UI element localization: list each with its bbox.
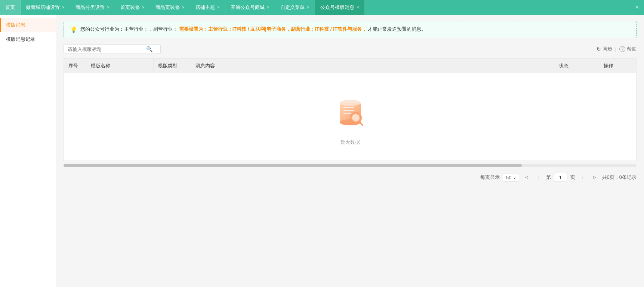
col-index: 序号 xyxy=(64,59,86,73)
tab-category-settings[interactable]: 商品分类设置 × xyxy=(70,0,115,15)
tab-shop-settings[interactable]: 微商城店铺设置 × xyxy=(21,0,70,15)
svg-point-3 xyxy=(340,100,361,106)
first-page-button[interactable]: ⊲ xyxy=(522,173,531,182)
tab-category-label: 商品分类设置 xyxy=(76,4,105,11)
page-size-label: 每页显示 xyxy=(480,174,500,181)
tab-product-decor-label: 商品页装修 xyxy=(155,4,180,11)
close-category-icon[interactable]: × xyxy=(107,5,110,10)
close-shop-settings-icon[interactable]: × xyxy=(62,5,65,10)
sidebar: 模版消息 模版消息记录 xyxy=(0,15,56,287)
total-info: 共0页，0条记录 xyxy=(602,174,637,181)
tab-home-decor[interactable]: 首页装修 × xyxy=(115,0,150,15)
col-content: 消息内容 xyxy=(191,59,554,73)
topbar: 首页 微商城店铺设置 × 商品分类设置 × 首页装修 × 商品页装修 × 店铺主… xyxy=(0,0,644,15)
svg-point-8 xyxy=(352,114,360,122)
tab-open-wechat-shop-label: 开通公众号商城 xyxy=(231,4,265,11)
chevron-down-icon: ∨ xyxy=(513,175,516,180)
col-type: 模版类型 xyxy=(154,59,191,73)
col-action: 操作 xyxy=(599,59,637,73)
empty-text: 暂无数据 xyxy=(341,139,360,146)
notice-highlight: 需要设置为：主营行业：IT科技 / 互联网|电子商务，副营行业：IT科技 / I… xyxy=(179,26,367,32)
notice-box: 💡 您的公众号行业为：主营行业：，副营行业： 需要设置为：主营行业：IT科技 /… xyxy=(64,21,637,38)
col-status: 状态 xyxy=(554,59,599,73)
sidebar-item-template-label: 模版消息 xyxy=(6,22,25,28)
sync-icon: ↻ xyxy=(597,46,601,52)
last-page-button[interactable]: ⊳ xyxy=(590,173,599,182)
notice-icon: 💡 xyxy=(70,26,77,33)
search-input-wrap: 🔍 xyxy=(64,44,161,54)
search-bar: 🔍 ↻ 同步 | ? 帮助 xyxy=(64,44,637,54)
close-template-message-icon[interactable]: × xyxy=(357,5,359,10)
empty-icon xyxy=(332,95,369,133)
search-input[interactable] xyxy=(68,46,146,52)
notice-text: 您的公众号行业为：主营行业：，副营行业： 需要设置为：主营行业：IT科技 / 互… xyxy=(80,26,426,33)
help-button[interactable]: ? 帮助 xyxy=(619,46,637,52)
tab-shop-theme[interactable]: 店铺主题 × xyxy=(190,0,225,15)
tab-custom-menu-label: 自定义菜单 xyxy=(280,4,305,11)
col-name: 模版名称 xyxy=(86,59,154,73)
sync-label: 同步 xyxy=(603,46,612,52)
tab-home-decor-label: 首页装修 xyxy=(120,4,140,11)
notice-prefix: 您的公众号行业为：主营行业：，副营行业： xyxy=(80,26,178,32)
pagination: 每页显示 50 ∨ ⊲ ‹ 第 1 页 › ⊳ 共0页，0条记录 xyxy=(64,170,637,185)
page-number-input[interactable]: 1 xyxy=(554,173,567,182)
sidebar-item-record-label: 模版消息记录 xyxy=(6,36,35,42)
tab-home[interactable]: 首页 xyxy=(0,0,21,15)
prev-page-button[interactable]: ‹ xyxy=(534,173,543,182)
search-icon[interactable]: 🔍 xyxy=(146,46,152,52)
sidebar-item-template-message[interactable]: 模版消息 xyxy=(0,18,56,32)
horizontal-scrollbar[interactable] xyxy=(64,164,637,167)
close-home-decor-icon[interactable]: × xyxy=(142,5,145,10)
close-product-decor-icon[interactable]: × xyxy=(182,5,185,10)
tab-template-message[interactable]: 公众号模版消息 × xyxy=(315,0,365,15)
empty-state: 暂无数据 xyxy=(64,73,636,161)
notice-suffix: 才能正常发送预置的消息。 xyxy=(368,26,426,32)
page-size-select[interactable]: 50 ∨ xyxy=(503,174,519,181)
close-shop-theme-icon[interactable]: × xyxy=(217,5,220,10)
scrollbar-thumb[interactable] xyxy=(64,164,522,167)
tab-template-message-label: 公众号模版消息 xyxy=(320,4,354,11)
toolbar-divider: | xyxy=(615,46,616,52)
close-open-wechat-shop-icon[interactable]: × xyxy=(267,5,269,10)
page-unit: 页 xyxy=(570,174,575,181)
tab-shop-theme-label: 店铺主题 xyxy=(195,4,215,11)
close-all-button[interactable]: × xyxy=(630,4,644,11)
table-header: 序号 模版名称 模版类型 消息内容 状态 操作 xyxy=(64,59,637,73)
sidebar-item-template-record[interactable]: 模版消息记录 xyxy=(0,32,56,46)
tab-home-label: 首页 xyxy=(5,4,15,11)
tab-shop-settings-label: 微商城店铺设置 xyxy=(26,4,60,11)
main-content: 💡 您的公众号行业为：主营行业：，副营行业： 需要设置为：主营行业：IT科技 /… xyxy=(56,15,644,287)
toolbar-right: ↻ 同步 | ? 帮助 xyxy=(597,46,637,52)
tab-product-decor[interactable]: 商品页装修 × xyxy=(150,0,190,15)
svg-line-9 xyxy=(360,122,363,125)
tab-custom-menu[interactable]: 自定义菜单 × xyxy=(275,0,315,15)
page-label: 第 xyxy=(546,174,551,181)
next-page-button[interactable]: › xyxy=(578,173,587,182)
tab-open-wechat-shop[interactable]: 开通公众号商城 × xyxy=(225,0,275,15)
table-body: 暂无数据 xyxy=(64,73,637,161)
close-custom-menu-icon[interactable]: × xyxy=(307,5,309,10)
sync-button[interactable]: ↻ 同步 xyxy=(597,46,612,52)
help-icon: ? xyxy=(619,46,625,52)
help-label: 帮助 xyxy=(627,46,637,52)
page-size-value: 50 xyxy=(506,175,511,180)
data-table: 序号 模版名称 模版类型 消息内容 状态 操作 xyxy=(64,58,637,161)
main-layout: 模版消息 模版消息记录 💡 您的公众号行业为：主营行业：，副营行业： 需要设置为… xyxy=(0,15,644,287)
